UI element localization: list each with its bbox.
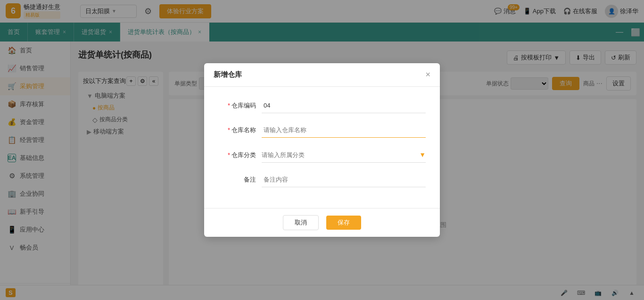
warehouse-code-label: 仓库编码 [218, 101, 256, 110]
dialog-body: 仓库编码 仓库名称 仓库分类 ▼ 备注 [204, 87, 440, 208]
warehouse-code-row: 仓库编码 [218, 98, 426, 113]
warehouse-category-row: 仓库分类 ▼ [218, 147, 426, 163]
dialog-title: 新增仓库 [214, 70, 242, 79]
dialog-close-button[interactable]: × [425, 70, 430, 80]
save-button[interactable]: 保存 [326, 216, 361, 230]
warehouse-code-input[interactable] [262, 98, 426, 113]
warehouse-name-row: 仓库名称 [218, 123, 426, 138]
new-warehouse-dialog: 新增仓库 × 仓库编码 仓库名称 仓库分类 ▼ [204, 63, 440, 237]
warehouse-note-label: 备注 [218, 175, 256, 184]
category-dropdown-icon[interactable]: ▼ [419, 151, 426, 158]
warehouse-category-input[interactable] [262, 147, 419, 162]
dialog-footer: 取消 保存 [204, 208, 440, 237]
dialog-header: 新增仓库 × [204, 63, 440, 87]
warehouse-category-wrapper: ▼ [262, 147, 426, 163]
warehouse-name-label: 仓库名称 [218, 126, 256, 134]
warehouse-name-input[interactable] [262, 123, 426, 138]
warehouse-note-input[interactable] [262, 172, 426, 187]
warehouse-note-row: 备注 [218, 172, 426, 187]
modal-overlay[interactable]: 新增仓库 × 仓库编码 仓库名称 仓库分类 ▼ [0, 0, 644, 300]
warehouse-category-label: 仓库分类 [218, 151, 256, 159]
cancel-button[interactable]: 取消 [283, 215, 319, 230]
